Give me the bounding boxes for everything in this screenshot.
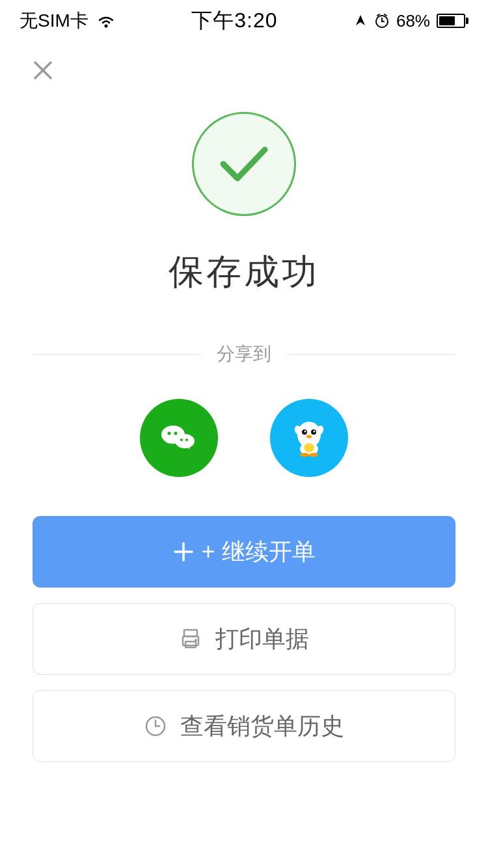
svg-point-28 xyxy=(309,453,318,457)
svg-point-22 xyxy=(305,431,306,433)
nav-bar xyxy=(0,42,488,99)
status-time: 下午3:20 xyxy=(191,7,277,35)
location-icon xyxy=(353,14,368,28)
svg-rect-31 xyxy=(184,630,197,636)
wechat-share-button[interactable] xyxy=(140,399,218,477)
svg-line-5 xyxy=(377,14,379,16)
svg-point-23 xyxy=(314,431,316,433)
svg-point-14 xyxy=(185,439,188,441)
right-divider xyxy=(287,354,455,355)
battery-percent: 68% xyxy=(396,11,430,31)
svg-line-6 xyxy=(385,14,386,16)
svg-marker-1 xyxy=(356,15,365,25)
battery-icon xyxy=(437,14,468,28)
share-section: 分享到 xyxy=(33,342,455,477)
status-left: 无SIM卡 xyxy=(20,8,116,33)
print-icon xyxy=(179,627,202,651)
status-bar: 无SIM卡 下午3:20 68% xyxy=(0,0,488,42)
qq-icon xyxy=(286,415,332,461)
history-button[interactable]: 查看销货单历史 xyxy=(33,690,455,762)
close-button[interactable] xyxy=(26,53,60,87)
alarm-icon xyxy=(374,13,390,29)
svg-point-27 xyxy=(300,453,309,457)
continue-button[interactable]: + 继续开单 xyxy=(33,516,455,588)
history-label: 查看销货单历史 xyxy=(180,711,344,742)
print-label: 打印单据 xyxy=(215,623,309,655)
actions-section: + 继续开单 打印单据 查看销货单历史 xyxy=(33,516,455,762)
plus-icon xyxy=(172,541,195,563)
svg-point-10 xyxy=(175,434,195,448)
carrier-text: 无SIM卡 xyxy=(20,8,88,33)
qq-share-button[interactable] xyxy=(270,399,348,477)
status-right: 68% xyxy=(353,11,468,31)
continue-label: + 继续开单 xyxy=(201,536,315,568)
left-divider xyxy=(33,354,201,355)
svg-point-34 xyxy=(195,639,197,642)
share-icons-row xyxy=(33,399,455,477)
wechat-icon xyxy=(156,415,202,461)
close-icon xyxy=(31,59,55,82)
share-divider-row: 分享到 xyxy=(33,342,455,366)
success-circle xyxy=(192,112,296,216)
print-button[interactable]: 打印单据 xyxy=(33,603,455,675)
wifi-icon xyxy=(96,14,116,28)
svg-point-0 xyxy=(104,25,107,28)
clock-icon xyxy=(144,714,167,738)
svg-point-24 xyxy=(306,435,312,439)
svg-point-13 xyxy=(180,439,183,441)
share-label: 分享到 xyxy=(201,342,287,366)
svg-point-11 xyxy=(168,432,171,435)
checkmark-icon xyxy=(218,143,270,185)
success-title: 保存成功 xyxy=(169,249,319,296)
svg-point-19 xyxy=(304,443,314,452)
main-content: 保存成功 分享到 xyxy=(0,99,488,762)
svg-point-12 xyxy=(174,432,178,435)
svg-rect-33 xyxy=(185,642,196,647)
